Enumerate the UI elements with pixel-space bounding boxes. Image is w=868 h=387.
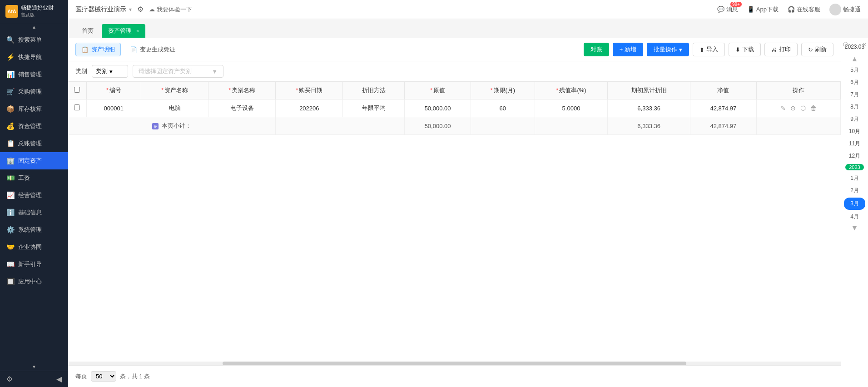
experience-btn[interactable]: ☁ 我要体验一下: [149, 5, 192, 14]
batch-ops-button[interactable]: 批量操作 ▾: [647, 43, 689, 56]
col-depreciation-method: 折旧方法: [343, 82, 405, 99]
app-logo: AtA 畅捷通好业财 普及版: [0, 0, 68, 23]
main-content: 医疗器械行业演示 ▾ ⚙ ☁ 我要体验一下 💬 消息 99+ 📱 App下载 🎧…: [68, 0, 868, 387]
month-8[interactable]: 8月: [841, 101, 868, 113]
subtotal-empty-1: [276, 117, 405, 135]
month-7[interactable]: 7月: [841, 89, 868, 101]
sales-icon: 📊: [6, 70, 15, 79]
asset-detail-icon: 📋: [81, 46, 89, 53]
copy-icon[interactable]: ⊙: [790, 104, 796, 112]
row-checkbox-cell: [68, 99, 86, 117]
sidebar-item-label: 总账管理: [18, 139, 42, 148]
messages-btn[interactable]: 💬 消息 99+: [717, 5, 738, 14]
sidebar-item-guide[interactable]: 📖 新手引导: [0, 256, 68, 273]
import-button[interactable]: ⬆ 导入: [693, 43, 725, 56]
online-service-btn[interactable]: 🎧 在线客服: [788, 5, 820, 14]
tab-asset-mgmt[interactable]: 资产管理 ×: [102, 24, 145, 38]
sidebar-item-payroll[interactable]: 💵 工资: [0, 169, 68, 187]
download-button[interactable]: ⬇ 下载: [729, 43, 761, 56]
sidebar-scroll-down[interactable]: ▼: [0, 362, 68, 371]
row-category: 电子设备: [208, 99, 276, 117]
assets-table: *编号 *资产名称 *类别名称 *购买日期 折旧方法 *原值 *期限(月) *残…: [68, 82, 841, 135]
sidebar-item-label: 基础信息: [18, 208, 42, 217]
sidebar-item-fixed-assets[interactable]: 🏢 固定资产: [0, 152, 68, 169]
app-name: 畅捷通好业财: [21, 5, 54, 12]
collapse-icon[interactable]: ◀: [56, 375, 62, 383]
tab-home[interactable]: 首页: [75, 24, 100, 38]
month-1[interactable]: 1月: [841, 172, 868, 184]
print-button[interactable]: 🖨 打印: [764, 43, 798, 56]
sidebar-item-search[interactable]: 🔍 搜索菜单: [0, 31, 68, 49]
sidebar-item-label: 资金管理: [18, 122, 42, 130]
row-purchase-date: 202206: [276, 99, 343, 117]
panel-expand-icon[interactable]: ⬡: [843, 41, 848, 48]
batch-ops-label: 批量操作: [654, 45, 677, 54]
experience-label: 我要体验一下: [157, 5, 192, 14]
month-12[interactable]: 12月: [841, 150, 868, 162]
company-title: 医疗器械行业演示 ▾: [75, 5, 132, 14]
user-btn[interactable]: 畅捷通: [829, 4, 861, 15]
sidebar-item-label: 搜索菜单: [18, 36, 42, 44]
horizontal-scrollbar[interactable]: [68, 362, 841, 365]
refresh-button[interactable]: ↻ 刷新: [801, 43, 833, 56]
year-badge: 2023: [845, 164, 863, 170]
sidebar-item-corp-collab[interactable]: 🤝 企业协同: [0, 238, 68, 256]
subtotal-actions-empty: [756, 117, 840, 135]
month-10[interactable]: 10月: [841, 125, 868, 138]
sidebar-item-app-center[interactable]: 🔲 应用中心: [0, 273, 68, 290]
category-input[interactable]: 请选择固定资产类别 ▼: [133, 65, 223, 78]
sidebar-item-inventory[interactable]: 📦 库存核算: [0, 100, 68, 118]
month-5[interactable]: 5月: [841, 64, 868, 76]
topbar-left: 医疗器械行业演示 ▾ ⚙ ☁ 我要体验一下: [75, 5, 192, 14]
sidebar-item-basic-info[interactable]: ℹ️ 基础信息: [0, 204, 68, 221]
topbar-settings-icon[interactable]: ⚙: [137, 5, 144, 14]
sub-tab-change-voucher[interactable]: 📄 变更生成凭证: [124, 43, 181, 56]
category-type-select[interactable]: 类别 ▾: [92, 65, 128, 78]
online-service-icon: 🎧: [788, 6, 795, 13]
content-area: 📋 资产明细 📄 变更生成凭证 对账 + 新增 批量操作 ▾: [68, 38, 841, 387]
row-checkbox[interactable]: [74, 104, 80, 110]
sidebar-item-ledger[interactable]: 📋 总账管理: [0, 135, 68, 152]
sidebar-item-label: 新手引导: [18, 260, 42, 268]
panel-nav-up[interactable]: ▲: [850, 54, 859, 64]
sub-tab-asset-detail[interactable]: 📋 资产明细: [75, 43, 121, 56]
tab-asset-mgmt-close[interactable]: ×: [136, 28, 139, 34]
sidebar-scroll-up[interactable]: ▲: [0, 23, 68, 31]
panel-close-icon[interactable]: ×: [863, 41, 866, 48]
sidebar-item-purchase[interactable]: 🛒 采购管理: [0, 83, 68, 100]
month-2[interactable]: 2月: [841, 184, 868, 197]
sidebar-item-operations[interactable]: 📈 经营管理: [0, 187, 68, 204]
download-label: 下载: [742, 45, 754, 54]
sidebar-item-quick-nav[interactable]: ⚡ 快捷导航: [0, 49, 68, 66]
reconcile-button[interactable]: 对账: [584, 43, 609, 56]
total-label: 条，共 1 条: [120, 372, 150, 381]
delete-icon[interactable]: 🗑: [810, 104, 817, 112]
month-3-current[interactable]: 3月: [844, 198, 865, 210]
app-download-btn[interactable]: 📱 App下载: [747, 5, 779, 14]
sidebar-item-label: 应用中心: [18, 278, 42, 286]
sidebar-item-system[interactable]: ⚙️ 系统管理: [0, 221, 68, 238]
edit-icon[interactable]: ✎: [780, 104, 786, 112]
link-icon[interactable]: ⬡: [800, 104, 806, 112]
per-page-select[interactable]: 50 100 200: [91, 371, 116, 382]
fixed-assets-icon: 🏢: [6, 157, 15, 165]
sidebar-item-sales[interactable]: 📊 销售管理: [0, 66, 68, 83]
new-button[interactable]: + 新增: [613, 43, 643, 56]
sidebar-item-funds[interactable]: 💰 资金管理: [0, 118, 68, 135]
settings-bottom-icon[interactable]: ⚙: [6, 375, 13, 383]
sidebar-item-label: 经营管理: [18, 191, 42, 199]
month-4[interactable]: 4月: [841, 211, 868, 223]
month-11[interactable]: 11月: [841, 138, 868, 150]
category-input-arrow: ▼: [212, 68, 218, 75]
month-9[interactable]: 9月: [841, 113, 868, 125]
tab-home-label: 首页: [82, 27, 94, 34]
scroll-thumb[interactable]: [223, 362, 686, 365]
col-checkbox: [68, 82, 86, 99]
panel-nav-down[interactable]: ▼: [850, 223, 859, 233]
select-all-checkbox[interactable]: [74, 87, 80, 93]
company-dropdown-arrow[interactable]: ▾: [129, 6, 132, 13]
month-6[interactable]: 6月: [841, 76, 868, 89]
subtotal-label: 本页小计：: [162, 122, 191, 129]
print-label: 打印: [779, 45, 791, 54]
row-period: 60: [471, 99, 535, 117]
